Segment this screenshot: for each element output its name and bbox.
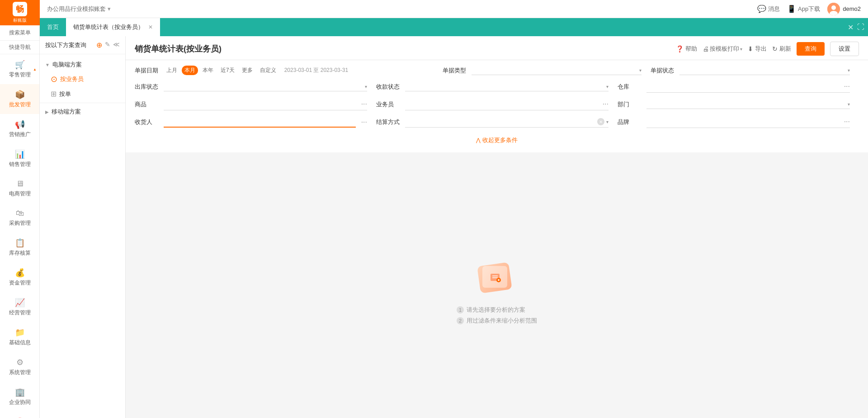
dept-arrow-icon: ▾ [848,102,850,107]
export-icon: ⬇ [748,45,753,52]
export-btn[interactable]: ⬇ 导出 [748,45,767,53]
receiver-dots[interactable]: ··· [361,118,367,126]
collapse-btn[interactable]: ⋀ 收起更多条件 [476,133,518,147]
page-title: 销货单统计表(按业务员) [135,43,222,54]
brand-select[interactable]: ··· [646,116,850,128]
outstatus-select[interactable]: ▾ [164,82,367,91]
tree-item-bydan[interactable]: ⊞ 按单 [51,87,125,101]
goods-select[interactable]: ··· [164,98,367,110]
filter-brand: 品牌 ··· [618,116,859,128]
salesperson-dots[interactable]: ··· [603,100,609,108]
sidebar-item-sales[interactable]: 📊 销售管理 [0,144,39,174]
filter-receiptstatus: 收款状态 ▾ [376,82,618,91]
close-window-icon[interactable]: ✕ [848,23,854,32]
tab-report[interactable]: 销货单统计表（按业务员） ✕ [66,18,160,36]
filter-goods: 商品 ··· [135,98,376,110]
main: 办公用品行业模拟账套 ▾ 💬 消息 📱 App下载 demo2 首页 [40,0,868,418]
sidebar-search[interactable]: 搜索菜单 [0,25,39,41]
left-panel-header: 按以下方案查询 ⊕ ✎ ≪ [40,36,125,54]
outstatus-label: 出库状态 [135,83,160,91]
payment-select[interactable]: ✕ ▾ [405,116,609,128]
print-dropdown-icon: ▾ [740,47,742,52]
sidebar-item-wholesale[interactable]: 📦 批发管理 [0,84,39,114]
date-tab-more[interactable]: 更多 [239,66,255,75]
enterprise-icon: 🏢 [15,387,25,397]
sidebar-item-inventory[interactable]: 📋 库存核算 [0,233,39,262]
refresh-btn[interactable]: ↻ 刷新 [772,45,791,53]
expand-arrow: ▼ [45,62,50,67]
receiptstatus-select[interactable]: ▾ [405,82,609,91]
filter-date: 单据日期 上月 本月 本年 近7天 更多 自定义 2023-03-01 至 20… [135,66,443,75]
tree-item-byywy[interactable]: ⊙ 按业务员 [51,71,125,87]
receiver-input[interactable] [164,116,356,128]
salesperson-select[interactable]: ··· [405,98,609,110]
sidebar-quicknav[interactable]: 快捷导航 [0,41,39,54]
tree-desktop-children: ⊙ 按业务员 ⊞ 按单 [40,71,125,101]
warehouse-dots[interactable]: ··· [844,82,850,90]
date-tab-7days[interactable]: 近7天 [218,66,237,75]
collapse-panel-btn[interactable]: ≪ [113,41,120,49]
tree-node-mobile[interactable]: ▶ 移动端方案 [40,105,125,119]
sidebar-item-purchase[interactable]: 🛍 采购管理 [0,203,39,233]
user-profile[interactable]: demo2 [827,3,861,15]
doctype-select[interactable]: ▾ [472,66,642,75]
maximize-icon[interactable]: ⛶ [857,23,864,31]
sidebar-item-retail[interactable]: 🛒 零售管理 [0,54,39,84]
brand-dots[interactable]: ··· [844,118,850,126]
marketing-icon: 📢 [15,119,25,129]
sidebar-item-finance[interactable]: 💰 资金管理 [0,262,39,292]
filter-outstatus: 出库状态 ▾ [135,82,376,91]
filter-doctype: 单据类型 ▾ [443,66,651,75]
date-tab-thisyear[interactable]: 本年 [200,66,216,75]
sidebar-item-ecommerce[interactable]: 🖥 电商管理 [0,174,39,203]
warehouse-label: 仓库 [618,83,643,91]
date-tab-thismonth[interactable]: 本月 [182,66,198,75]
appdownload-action[interactable]: 📱 App下载 [787,5,820,13]
date-label: 单据日期 [135,66,160,75]
print-btn[interactable]: 🖨 按模板打印 ▾ [703,45,742,53]
data-area: 1 请先选择要分析的方案 2 用过滤条件来缩小分析范围 [126,152,868,418]
goods-dots[interactable]: ··· [361,100,367,108]
help-btn[interactable]: ❓ 帮助 [676,45,697,53]
sidebar-item-marketing[interactable]: 📢 营销推广 [0,114,39,144]
message-action[interactable]: 💬 消息 [757,5,780,13]
breadcrumb-dropdown[interactable]: ▾ [108,5,111,12]
filter-docstatus: 单据状态 ▾ [651,66,859,75]
topbar-actions: 💬 消息 📱 App下载 demo2 [757,3,861,15]
sidebar-item-system[interactable]: ⚙ 系统管理 [0,352,39,382]
filter-payment: 结算方式 ✕ ▾ [376,116,618,128]
basic-icon: 📁 [15,328,25,337]
tab-home[interactable]: 首页 [40,18,66,36]
add-scheme-btn[interactable]: ⊕ [96,41,102,49]
left-panel: 按以下方案查询 ⊕ ✎ ≪ ▼ 电脑端方案 ⊙ 按业务员 [40,36,126,418]
empty-tip-2: 2 用过滤条件来缩小分析范围 [457,317,537,325]
date-tab-lastmonth[interactable]: 上月 [164,66,180,75]
docstatus-select[interactable]: ▾ [679,66,850,75]
dept-select[interactable]: ▾ [646,100,850,109]
page-header: 销货单统计表(按业务员) ❓ 帮助 🖨 按模板打印 ▾ ⬇ 导出 [126,36,868,60]
sidebar: 畅 标账版 搜索菜单 快捷导航 🛒 零售管理 📦 批发管理 📢 营销推广 📊 销… [0,0,40,418]
sidebar-logo[interactable]: 畅 标账版 [0,0,40,25]
payment-clear-icon[interactable]: ✕ [597,118,604,125]
payment-label: 结算方式 [376,118,401,126]
empty-tip-1: 1 请先选择要分析的方案 [457,306,537,314]
sidebar-item-basic[interactable]: 📁 基础信息 [0,322,39,352]
help-icon: ❓ [676,45,684,52]
sidebar-item-operation[interactable]: 📈 经营管理 [0,292,39,322]
filter-salesperson: 业务员 ··· [376,98,618,110]
tab-close-icon[interactable]: ✕ [148,24,153,30]
inventory-icon: 📋 [15,238,25,248]
sidebar-item-enterprise[interactable]: 🏢 企业协同 [0,382,39,412]
date-tab-custom[interactable]: 自定义 [257,66,279,75]
warehouse-select[interactable]: ··· [646,81,850,93]
expand-arrow-mobile: ▶ [45,109,49,114]
receiptstatus-label: 收款状态 [376,83,401,91]
tree-node-desktop[interactable]: ▼ 电脑端方案 [40,58,125,71]
active-scheme-icon: ⊙ [51,74,57,84]
query-button[interactable]: 查询 [797,42,825,56]
settings-button[interactable]: 设置 [830,42,859,56]
sidebar-item-newbie[interactable]: 🎯 新手引导 [0,412,39,418]
doctype-label: 单据类型 [443,66,468,75]
edit-scheme-btn[interactable]: ✎ [105,41,110,49]
outstatus-arrow-icon: ▾ [365,84,367,89]
